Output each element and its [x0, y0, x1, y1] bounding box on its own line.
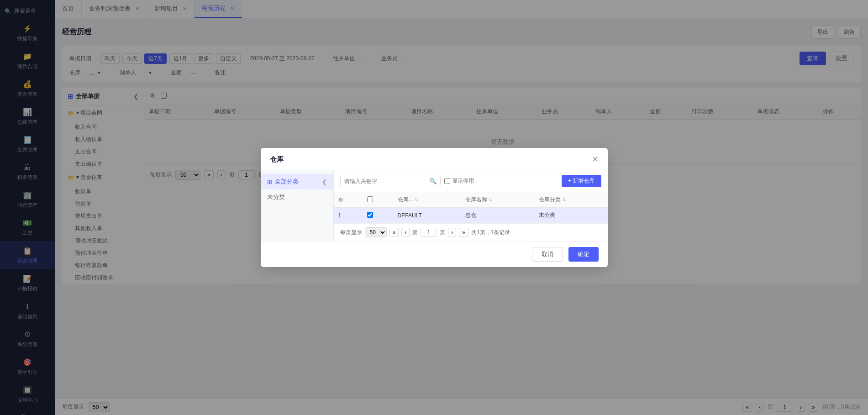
show-disabled-text: 显示停用	[452, 177, 474, 185]
all-category-item[interactable]: ⊞ 全部分类 ❮	[261, 174, 333, 189]
modal-table-wrap: ⚙ 仓库...⇅ 仓库名称⇅ 仓库分类⇅ 1 DEFAULT	[334, 192, 608, 223]
modal-title: 仓库	[270, 155, 284, 164]
confirm-button[interactable]: 确定	[568, 247, 599, 262]
modal-total-text: 共1页，1条记录	[471, 229, 510, 236]
warehouse-modal: 仓库 ✕ ⊞ 全部分类 ❮ 未分类 🔍	[261, 148, 608, 267]
modal-table-row[interactable]: 1 DEFAULT 总仓 未分类	[334, 208, 608, 223]
modal-toolbar: 🔍 显示停用 + 新增仓库	[334, 170, 608, 192]
modal-left-panel: ⊞ 全部分类 ❮ 未分类	[261, 170, 334, 241]
modal-per-page-label: 每页显示	[340, 229, 362, 236]
modal-select-all[interactable]	[367, 196, 373, 202]
modal-footer: 取消 确定	[261, 241, 608, 267]
modal-col-checkbox	[363, 192, 393, 208]
modal-per-page-select[interactable]: 50	[365, 227, 387, 237]
modal-last-page-btn[interactable]: »	[459, 228, 468, 237]
row-checkbox	[363, 208, 393, 223]
modal-col-settings: ⚙	[334, 192, 363, 208]
modal-page-input[interactable]	[421, 228, 437, 237]
row-select-checkbox[interactable]	[367, 212, 373, 218]
grid-icon-modal: ⊞	[267, 179, 272, 185]
modal-page-suffix: 页	[440, 229, 445, 236]
modal-prev-page-btn[interactable]: ‹	[401, 228, 410, 237]
modal-next-page-btn[interactable]: ›	[448, 228, 456, 237]
all-category-label: 全部分类	[275, 178, 299, 186]
modal-right-panel: 🔍 显示停用 + 新增仓库 ⚙ 仓库...⇅	[334, 170, 608, 241]
modal-table: ⚙ 仓库...⇅ 仓库名称⇅ 仓库分类⇅ 1 DEFAULT	[334, 192, 608, 223]
modal-overlay: 仓库 ✕ ⊞ 全部分类 ❮ 未分类 🔍	[0, 0, 868, 415]
cancel-button[interactable]: 取消	[532, 247, 563, 262]
show-disabled-label[interactable]: 显示停用	[444, 177, 474, 185]
row-index: 1	[334, 208, 363, 223]
modal-header: 仓库 ✕	[261, 148, 608, 170]
modal-col-category: 仓库分类⇅	[534, 192, 608, 208]
uncategorized-item[interactable]: 未分类	[261, 189, 333, 205]
show-disabled-checkbox[interactable]	[444, 178, 450, 184]
modal-col-name: 仓库名称⇅	[461, 192, 534, 208]
modal-body: ⊞ 全部分类 ❮ 未分类 🔍 显示停用	[261, 170, 608, 241]
modal-search-wrap: 🔍	[340, 176, 441, 186]
modal-search-icon: 🔍	[429, 178, 437, 184]
modal-pagination: 每页显示 50 « ‹ 第 页 › » 共1页，1条记录	[334, 223, 608, 241]
row-code: DEFAULT	[393, 208, 461, 223]
modal-search-input[interactable]	[344, 178, 427, 184]
add-warehouse-button[interactable]: + 新增仓库	[562, 175, 601, 187]
modal-first-page-btn[interactable]: «	[389, 228, 399, 237]
modal-col-code: 仓库...⇅	[393, 192, 461, 208]
left-panel-collapse-btn[interactable]: ❮	[322, 179, 327, 185]
modal-close-button[interactable]: ✕	[592, 154, 599, 164]
row-name: 总仓	[461, 208, 534, 223]
modal-page-label: 第	[412, 229, 418, 236]
row-category: 未分类	[534, 208, 608, 223]
uncategorized-label: 未分类	[267, 193, 285, 201]
